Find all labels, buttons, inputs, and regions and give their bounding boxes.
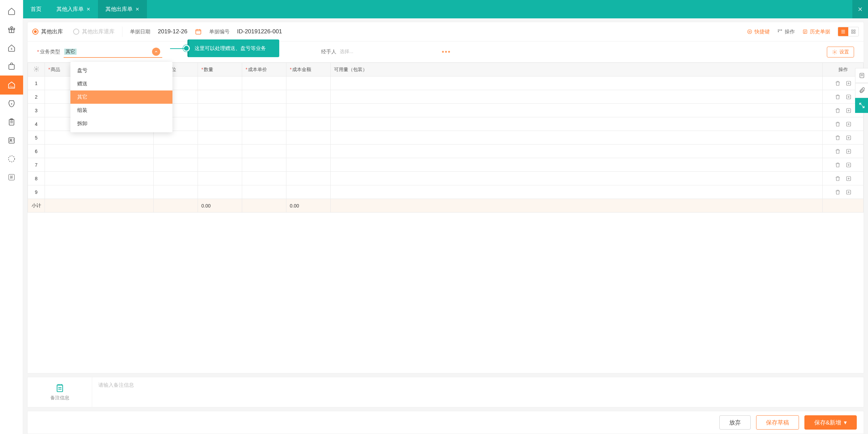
subtotal-amount: 0.00	[286, 199, 331, 213]
nav-sync-icon[interactable]	[7, 154, 16, 163]
biz-type-value: 其它	[64, 49, 77, 55]
row-index: 8	[28, 172, 45, 185]
more-icon[interactable]: •••	[438, 48, 454, 56]
tooltip-text: 这里可以处理赠送、盘亏等业务	[195, 45, 266, 51]
svg-rect-13	[778, 30, 779, 31]
operate-button[interactable]: 操作	[777, 29, 795, 35]
delete-icon[interactable]	[835, 80, 841, 86]
delete-icon[interactable]	[835, 162, 841, 168]
right-rail-notes-icon[interactable]	[855, 68, 868, 83]
remark-panel: 备注信息	[27, 377, 864, 407]
add-row-icon[interactable]	[846, 148, 852, 154]
svg-rect-21	[854, 32, 855, 33]
calendar-icon[interactable]	[195, 28, 202, 35]
nav-new-icon[interactable]: 新	[7, 173, 16, 182]
tab-other-out-label: 其他出库单	[105, 6, 133, 13]
delete-icon[interactable]	[835, 189, 841, 195]
delete-icon[interactable]	[835, 148, 841, 154]
tab-home-label: 首页	[31, 6, 41, 13]
add-row-icon[interactable]	[846, 80, 852, 86]
tabbar-close-button[interactable]	[852, 0, 868, 18]
svg-point-9	[9, 156, 15, 162]
close-icon[interactable]: ✕	[135, 6, 139, 12]
doc-no-label: 单据编号	[209, 29, 230, 35]
remark-input[interactable]	[98, 382, 857, 388]
dropdown-option[interactable]: 拆卸	[70, 117, 172, 130]
table-row[interactable]: 7	[28, 158, 864, 172]
view-list-icon[interactable]	[838, 27, 848, 36]
dropdown-option[interactable]: 赠送	[70, 77, 172, 90]
svg-rect-18	[852, 30, 853, 31]
nav-clipboard-icon[interactable]	[7, 118, 16, 127]
row-index: 2	[28, 90, 45, 104]
close-icon[interactable]: ✕	[86, 6, 90, 12]
nav-gift-icon[interactable]	[7, 25, 16, 34]
save-new-button[interactable]: 保存&新增▾	[804, 415, 857, 430]
footer-bar: 放弃 保存草稿 保存&新增▾	[27, 411, 864, 434]
nav-contacts-icon[interactable]	[7, 136, 16, 145]
history-label: 历史单据	[810, 29, 830, 35]
delete-icon[interactable]	[835, 176, 841, 182]
svg-rect-7	[9, 138, 14, 143]
save-draft-button[interactable]: 保存草稿	[756, 415, 799, 430]
table-row[interactable]: 9	[28, 185, 864, 199]
subtotal-qty: 0.00	[198, 199, 242, 213]
add-row-icon[interactable]	[846, 121, 852, 127]
add-row-icon[interactable]	[846, 176, 852, 182]
add-row-icon[interactable]	[846, 162, 852, 168]
svg-point-12	[749, 31, 750, 32]
table-row[interactable]: 6	[28, 145, 864, 158]
nav-money-icon[interactable]: ¥	[7, 99, 16, 108]
settings-label: 设置	[839, 49, 849, 55]
fields-bar: *业务类型 其它 盘亏 赠送 其它 组装 拆卸	[27, 41, 864, 63]
delete-icon[interactable]	[835, 107, 841, 114]
settings-button[interactable]: 设置	[827, 47, 854, 57]
shortcut-button[interactable]: 快捷键	[747, 29, 770, 35]
radio-other-out-return[interactable]: 其他出库退库	[73, 28, 115, 35]
col-qty: *数量	[198, 63, 242, 77]
tab-home[interactable]: 首页	[23, 0, 49, 18]
dropdown-option[interactable]: 盘亏	[70, 64, 172, 77]
biz-type-select[interactable]: 其它	[64, 46, 162, 58]
discard-button[interactable]: 放弃	[719, 415, 751, 430]
remark-label-text: 备注信息	[50, 395, 69, 401]
delete-icon[interactable]	[835, 135, 841, 141]
table-row[interactable]: 8	[28, 172, 864, 185]
nav-warehouse-icon[interactable]	[0, 76, 23, 95]
nav-home-icon[interactable]	[7, 7, 16, 16]
add-row-icon[interactable]	[846, 135, 852, 141]
chevron-down-icon: ▾	[844, 419, 847, 426]
date-value[interactable]: 2019-12-26	[158, 28, 187, 35]
svg-text:¥: ¥	[10, 102, 12, 105]
operate-label: 操作	[785, 29, 795, 35]
view-grid-icon[interactable]	[848, 27, 858, 36]
delete-icon[interactable]	[835, 121, 841, 127]
dropdown-option[interactable]: 组装	[70, 104, 172, 117]
svg-rect-33	[57, 385, 62, 392]
biz-type-field: *业务类型 其它 盘亏 赠送 其它 组装 拆卸	[37, 46, 162, 58]
row-index: 1	[28, 77, 45, 90]
delete-icon[interactable]	[835, 94, 841, 100]
nav-sale-icon[interactable]: $	[7, 44, 16, 52]
col-available: 可用量（包装）	[331, 63, 823, 77]
svg-rect-14	[780, 30, 781, 31]
tab-other-out[interactable]: 其他出库单✕	[98, 0, 147, 18]
doc-no-value: ID-20191226-001	[237, 28, 282, 35]
biz-type-label: 业务类型	[40, 49, 60, 54]
add-row-icon[interactable]	[846, 107, 852, 114]
col-cost-price: *成本单价	[242, 63, 286, 77]
col-gear[interactable]	[28, 63, 45, 77]
tab-other-in[interactable]: 其他入库单✕	[49, 0, 98, 18]
add-row-icon[interactable]	[846, 94, 852, 100]
right-rail-attach-icon[interactable]	[855, 83, 868, 98]
chevron-up-icon[interactable]	[152, 48, 160, 56]
handler-placeholder[interactable]: 选择...	[340, 49, 353, 54]
dropdown-option[interactable]: 其它	[70, 90, 172, 104]
right-rail-expand-icon[interactable]	[855, 98, 868, 113]
table-row[interactable]: 5	[28, 131, 864, 145]
radio-other-out[interactable]: 其他出库	[32, 28, 63, 35]
nav-bag-icon[interactable]	[7, 62, 16, 71]
svg-rect-16	[778, 31, 779, 32]
history-button[interactable]: 历史单据	[802, 29, 830, 35]
add-row-icon[interactable]	[846, 189, 852, 195]
